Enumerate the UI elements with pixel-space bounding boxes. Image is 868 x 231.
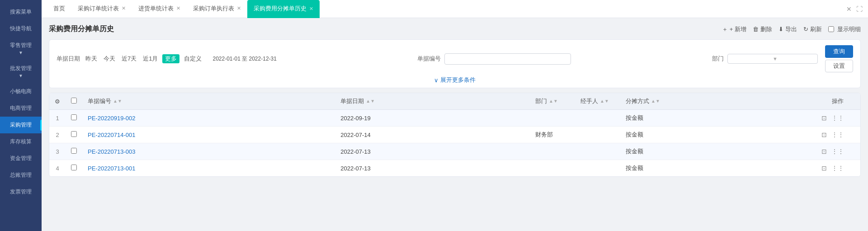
more-action-icon[interactable]: ⋮⋮	[830, 113, 845, 123]
tab-purchase-fee-history[interactable]: 采购费用分摊单历史 ✕	[247, 0, 320, 18]
row-dept	[530, 160, 575, 177]
select-all-checkbox[interactable]	[71, 98, 77, 104]
chevron-down-icon: ▼	[19, 50, 23, 55]
col-date: 单据日期 ▲▼	[335, 93, 530, 110]
toolbar: ＋ + 新增 🗑 删除 ⬇ 导出 ↻ 刷新 显示明细	[722, 25, 861, 33]
row-date: 2022-09-19	[335, 110, 530, 127]
tab-close-active-icon[interactable]: ✕	[309, 6, 313, 11]
sidebar-item-ecommerce-mgmt[interactable]: 电商管理	[0, 100, 42, 117]
action-icons: ⊡ ⋮⋮	[821, 147, 855, 156]
expand-conditions-button[interactable]: ∨ 展开更多条件	[434, 76, 476, 84]
sidebar-item-purchase[interactable]: 采购管理	[0, 117, 42, 133]
display-detail-toggle[interactable]: 显示明细	[828, 25, 861, 33]
tab-inbound-stat[interactable]: 进货单统计表 ✕	[132, 0, 187, 18]
sidebar-item-search[interactable]: 搜索菜单	[0, 4, 42, 20]
row-action-cell: ⊡ ⋮⋮	[815, 143, 860, 160]
tab-close-icon[interactable]: ✕	[122, 6, 126, 11]
table-row: 4 PE-20220713-001 2022-07-13 按金额	[49, 160, 860, 177]
query-button[interactable]: 查询	[825, 45, 853, 58]
sidebar-item-invoice[interactable]: 发票管理	[0, 184, 42, 200]
row-checkbox-cell	[66, 160, 82, 177]
gear-icon[interactable]: ⚙	[55, 98, 60, 105]
col-handler: 经手人 ▲▼	[575, 93, 620, 110]
add-button[interactable]: ＋ + 新增	[722, 25, 746, 33]
tab-close-icon[interactable]: ✕	[176, 6, 180, 11]
last7-btn[interactable]: 近7天	[120, 54, 138, 63]
order-no-link[interactable]: PE-20220713-003	[88, 148, 136, 155]
sidebar-item-quick-nav[interactable]: 快捷导航	[0, 20, 42, 37]
view-icon[interactable]: ⊡	[821, 130, 828, 139]
sort-icon[interactable]: ▲▼	[600, 99, 609, 103]
sidebar-item-retail[interactable]: 零售管理 ▼	[0, 37, 42, 60]
row-checkbox[interactable]	[71, 131, 77, 137]
export-button[interactable]: ⬇ 导出	[778, 25, 797, 33]
more-action-icon[interactable]: ⋮⋮	[830, 130, 845, 139]
col-order-no: 单据编号 ▲▼	[82, 93, 335, 110]
sort-icon[interactable]: ▲▼	[651, 99, 660, 103]
more-btn[interactable]: 更多	[162, 54, 179, 63]
col-dept: 部门 ▲▼	[530, 93, 575, 110]
more-action-icon[interactable]: ⋮⋮	[830, 164, 845, 173]
tab-home[interactable]: 首页	[47, 0, 71, 18]
action-icons: ⊡ ⋮⋮	[821, 113, 855, 123]
refresh-button[interactable]: ↻ 刷新	[803, 25, 822, 33]
table-row: 3 PE-20220713-003 2022-07-13 按金额	[49, 143, 860, 160]
chevron-down-icon: ▼	[773, 56, 814, 61]
last-month-btn[interactable]: 近1月	[141, 54, 160, 63]
more-action-icon[interactable]: ⋮⋮	[830, 147, 845, 156]
setting-button[interactable]: 设置	[825, 60, 853, 72]
sidebar-item-inventory[interactable]: 库存核算	[0, 133, 42, 150]
order-no-label: 单据编号	[417, 55, 441, 63]
chevron-down-icon: ∨	[434, 77, 439, 84]
row-date: 2022-07-13	[335, 160, 530, 177]
view-icon[interactable]: ⊡	[821, 113, 828, 123]
row-dept: 财务部	[530, 127, 575, 143]
row-split-method: 按金额	[620, 160, 815, 177]
yesterday-btn[interactable]: 昨天	[84, 54, 99, 63]
row-checkbox[interactable]	[71, 114, 77, 120]
today-btn[interactable]: 今天	[102, 54, 117, 63]
display-detail-checkbox[interactable]	[828, 26, 834, 32]
row-split-method: 按金额	[620, 110, 815, 127]
custom-btn[interactable]: 自定义	[182, 54, 203, 63]
view-icon[interactable]: ⊡	[821, 147, 828, 156]
dept-select[interactable]: ▼	[727, 54, 818, 64]
table-row: 1 PE-20220919-002 2022-09-19 按金额	[49, 110, 860, 127]
sidebar-item-ledger[interactable]: 总账管理	[0, 167, 42, 184]
fullscreen-icon[interactable]: ⛶	[856, 5, 863, 13]
data-table: ⚙ 单据编号 ▲▼ 单据日期	[49, 93, 860, 176]
row-checkbox[interactable]	[71, 165, 77, 170]
col-action: 操作	[815, 93, 860, 110]
tab-bar: 首页 采购订单统计表 ✕ 进货单统计表 ✕ 采购订单执行表 ✕ 采购费用分摊单历…	[42, 0, 868, 18]
col-gear: ⚙	[49, 93, 66, 110]
delete-button[interactable]: 🗑 删除	[753, 25, 772, 33]
action-icons: ⊡ ⋮⋮	[821, 164, 855, 173]
tab-close-icon[interactable]: ✕	[237, 6, 241, 11]
tab-purchase-order-stat[interactable]: 采购订单统计表 ✕	[71, 0, 132, 18]
order-no-link[interactable]: PE-20220713-001	[88, 165, 136, 172]
row-num: 1	[49, 110, 66, 127]
query-setting-buttons: 查询 设置	[825, 45, 853, 72]
col-split-method: 分摊方式 ▲▼	[620, 93, 815, 110]
row-order-no: PE-20220713-003	[82, 143, 335, 160]
sort-icon[interactable]: ▲▼	[366, 99, 375, 103]
date-filter-group: 单据日期 昨天 今天 近7天 近1月 更多 自定义	[57, 54, 203, 63]
row-checkbox[interactable]	[71, 148, 77, 154]
tab-purchase-exec[interactable]: 采购订单执行表 ✕	[187, 0, 247, 18]
order-no-input[interactable]	[444, 53, 571, 65]
sidebar-item-ecommerce-small[interactable]: 小畅电商	[0, 83, 42, 100]
close-all-icon[interactable]: ✕	[846, 5, 852, 13]
sort-icon[interactable]: ▲▼	[549, 99, 558, 103]
sort-icon[interactable]: ▲▼	[113, 99, 122, 103]
order-no-link[interactable]: PE-20220714-001	[88, 132, 136, 138]
date-quick-buttons: 昨天 今天 近7天 近1月 更多 自定义	[84, 54, 203, 63]
table-body: 1 PE-20220919-002 2022-09-19 按金额	[49, 110, 860, 177]
row-num: 2	[49, 127, 66, 143]
row-split-method: 按金额	[620, 127, 815, 143]
sidebar-item-finance[interactable]: 资金管理	[0, 150, 42, 167]
order-no-link[interactable]: PE-20220919-002	[88, 115, 136, 122]
data-table-wrap: ⚙ 单据编号 ▲▼ 单据日期	[49, 93, 861, 177]
row-handler	[575, 110, 620, 127]
sidebar-item-wholesale[interactable]: 批发管理 ▼	[0, 60, 42, 83]
view-icon[interactable]: ⊡	[821, 164, 828, 173]
